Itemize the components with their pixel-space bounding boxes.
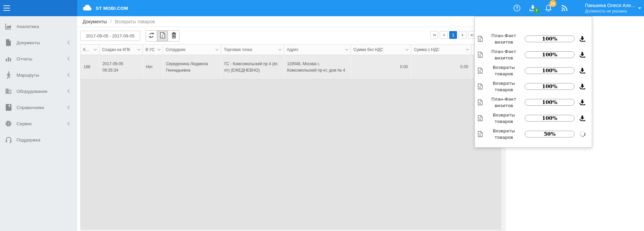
download-item: x План-Факт визитов 100%: [475, 94, 592, 110]
page-1-button[interactable]: 1: [449, 31, 457, 39]
progress-bar: 100%: [525, 115, 575, 122]
column-header-created[interactable]: Создан на КПК: [99, 45, 143, 55]
progress-bar: 100%: [525, 51, 575, 58]
user-role: Должность не указана: [585, 9, 635, 14]
excel-file-icon: x: [478, 36, 483, 42]
download-title: Возвраты товаров: [485, 64, 523, 77]
column-menu-icon[interactable]: [94, 48, 97, 51]
cell-sum-no-vat: 0.00: [351, 55, 411, 79]
table-row[interactable]: 188 2017-09-05 09:35:34 Нет Середенина Л…: [80, 55, 501, 79]
bell-icon[interactable]: 20: [544, 4, 553, 12]
download-item: x План-Факт визитов 100%: [475, 47, 592, 62]
date-range-input[interactable]: [80, 31, 140, 41]
sidebar-item-reports[interactable]: Отчеты: [0, 51, 77, 67]
column-menu-icon[interactable]: [466, 48, 469, 51]
column-menu-icon[interactable]: [137, 48, 141, 51]
excel-file-icon: x: [478, 68, 483, 74]
cell-employee: Середенина Людмила Геннадьевна: [163, 55, 221, 79]
help-icon[interactable]: ?: [513, 4, 521, 12]
building-icon: [4, 88, 13, 95]
breadcrumb-parent[interactable]: Документы: [83, 19, 107, 24]
column-menu-icon[interactable]: [278, 48, 282, 51]
download-file-button[interactable]: [577, 115, 587, 122]
export-excel-button[interactable]: x: [157, 31, 168, 41]
download-item: x План-Факт визитов 100%: [475, 31, 592, 47]
download-title: Возвраты товаров: [485, 112, 523, 125]
table-empty-area: [80, 79, 501, 230]
table-header: К... Создан на КПК В УС Сотрудник Торгов…: [80, 44, 501, 55]
column-header-sum-vat[interactable]: Сумма с НДС: [411, 45, 471, 55]
menu-icon[interactable]: [3, 5, 10, 11]
delete-button[interactable]: [168, 31, 179, 41]
rss-icon[interactable]: [560, 4, 569, 12]
column-menu-icon[interactable]: [215, 48, 219, 51]
excel-file-icon: x: [478, 115, 483, 121]
pagination: 1: [430, 31, 478, 39]
svg-text:x: x: [480, 54, 481, 57]
download-file-button[interactable]: [577, 83, 587, 90]
progress-label: 100%: [525, 83, 574, 89]
cell-address: 119048, Москва г, Комсомольский пр-кт, д…: [284, 55, 351, 79]
progress-bar: 100%: [525, 67, 575, 74]
user-menu[interactable]: Панькина Олеся Але... Должность не указа…: [585, 3, 641, 14]
sidebar-item-directories[interactable]: Справочники: [0, 99, 77, 116]
svg-text:x: x: [480, 70, 481, 73]
column-header-outlet[interactable]: Торговая точка: [221, 45, 284, 55]
first-page-button[interactable]: [430, 31, 438, 39]
headset-icon: [4, 136, 13, 143]
breadcrumb-separator: /: [110, 19, 112, 24]
cell-sum-vat: 0.00: [411, 55, 471, 79]
download-file-button[interactable]: [577, 99, 587, 106]
topbar-sidebar-header: [0, 0, 77, 16]
column-header-in-us[interactable]: В УС: [143, 45, 163, 55]
column-header-address[interactable]: Адрес: [284, 45, 351, 55]
excel-file-icon: x: [478, 131, 483, 137]
sidebar-item-documents[interactable]: Документы: [0, 34, 77, 51]
column-menu-icon[interactable]: [405, 48, 409, 51]
sidebar-item-equipment[interactable]: Оборудование: [0, 83, 77, 99]
download-item: x Возвраты товаров 50%: [475, 126, 592, 142]
download-file-button[interactable]: [577, 51, 587, 58]
sidebar-item-routes[interactable]: Маршруты: [0, 67, 77, 83]
chevron-left-icon: [67, 56, 70, 61]
cloud-icon: [83, 4, 92, 12]
column-header-code[interactable]: К...: [81, 45, 99, 55]
progress-label: 100%: [525, 68, 574, 74]
column-header-sum-no-vat[interactable]: Сумма без НДС: [351, 45, 411, 55]
document-icon: [4, 39, 13, 46]
excel-file-icon: x: [478, 52, 483, 58]
progress-bar: 100%: [525, 35, 575, 42]
breadcrumb-current: Возвраты товаров: [115, 19, 155, 24]
sidebar-item-analytics[interactable]: Аналитика: [0, 18, 77, 34]
downloads-icon[interactable]: 7: [528, 4, 537, 12]
svg-text:x: x: [480, 118, 481, 121]
download-file-button[interactable]: [577, 67, 587, 74]
page: ST MOBI.COM ? 7 20 Паньки: [0, 0, 644, 231]
cell-in-us: Нет: [143, 55, 163, 79]
sidebar-item-support[interactable]: Поддержка: [0, 132, 77, 148]
sidebar-item-service[interactable]: Сервис: [0, 116, 77, 132]
column-header-employee[interactable]: Сотрудник: [163, 45, 221, 55]
chevron-down-icon: [638, 7, 641, 9]
user-name: Панькина Олеся Але...: [585, 3, 635, 8]
download-title: План-Факт визитов: [485, 48, 523, 61]
next-page-button[interactable]: [459, 31, 466, 39]
chevron-left-icon: [67, 73, 70, 77]
toolbar-button-group: x: [146, 30, 180, 42]
notifications-badge: 20: [549, 0, 556, 7]
progress-label: 100%: [525, 115, 574, 121]
download-title: План-Факт визитов: [485, 96, 523, 109]
svg-text:x: x: [480, 38, 481, 41]
topbar: ST MOBI.COM ? 7 20 Паньки: [0, 0, 644, 16]
column-menu-icon[interactable]: [345, 48, 348, 51]
column-menu-icon[interactable]: [157, 48, 161, 51]
excel-file-icon: x: [478, 83, 483, 89]
download-file-button[interactable]: [577, 35, 587, 42]
downloads-panel: x План-Факт визитов 100% x План-Факт виз…: [474, 16, 592, 148]
prev-page-button[interactable]: [440, 31, 448, 39]
excel-file-icon: x: [478, 99, 483, 105]
chevron-left-icon: [67, 105, 70, 110]
horizontal-scrollbar-track[interactable]: [80, 230, 501, 231]
refresh-button[interactable]: [146, 31, 157, 41]
download-item: x Возвраты товаров 100%: [475, 110, 592, 126]
